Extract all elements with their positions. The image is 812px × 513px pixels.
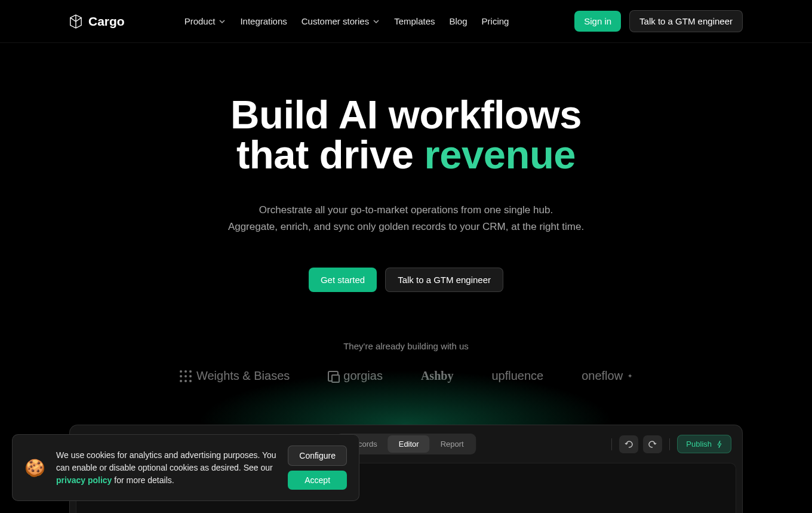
cargo-logo-icon [69,14,82,29]
company-name: Ashby [421,369,453,383]
nav-label: Blog [450,16,467,26]
nav-item-product[interactable]: Product [184,16,226,26]
site-header: Cargo Product Integrations Customer stor… [0,0,812,43]
social-proof: They're already building with us Weights… [0,341,812,383]
social-proof-label: They're already building with us [0,341,812,351]
cookie-text-part1: We use cookies for analytics and adverti… [56,450,276,472]
redo-icon [648,440,657,449]
brand-name: Cargo [88,14,125,29]
talk-to-engineer-button[interactable]: Talk to a GTM engineer [629,10,743,32]
gorgias-icon [328,371,339,382]
hero-section: Build AI workflows that drive revenue Or… [0,43,812,383]
cookie-actions: Configure Accept [288,446,347,490]
divider [669,438,670,450]
lightning-icon [716,440,722,449]
wb-dots-icon [180,370,192,382]
company-name: oneflow [582,369,623,383]
undo-icon [624,440,633,449]
brand-logo[interactable]: Cargo [69,14,125,29]
logo-oneflow: oneflow✦ [582,369,632,383]
cookie-text-part2: for more details. [112,475,174,485]
nav-label: Product [184,16,216,26]
tab-report[interactable]: Report [430,435,475,453]
privacy-policy-link[interactable]: privacy policy [56,475,112,485]
company-name: gorgias [343,369,383,383]
logo-gorgias: gorgias [328,369,383,383]
company-name: Weights & Biases [196,369,290,383]
hero-title-accent: revenue [425,132,576,177]
toolbar-right: Publish [609,435,731,453]
chevron-down-icon [373,18,380,25]
nav-label: Customer stories [302,16,369,26]
company-name: upfluence [491,369,543,383]
nav-item-blog[interactable]: Blog [450,16,467,26]
redo-button[interactable] [643,435,662,453]
hero-title-line1: Build AI workflows [230,92,582,137]
oneflow-sup-icon: ✦ [628,373,632,379]
cookie-icon: 🍪 [24,458,45,478]
nav-item-pricing[interactable]: Pricing [482,16,509,26]
sign-in-button[interactable]: Sign in [574,11,621,32]
cookie-accept-button[interactable]: Accept [288,471,347,490]
nav-label: Pricing [482,16,509,26]
hero-title-line2-prefix: that drive [236,132,425,177]
main-nav: Product Integrations Customer stories Te… [184,16,509,26]
nav-item-templates[interactable]: Templates [394,16,435,26]
header-actions: Sign in Talk to a GTM engineer [574,10,743,32]
header-left: Cargo Product Integrations Customer stor… [69,14,509,29]
chevron-down-icon [219,18,226,25]
hero-title: Build AI workflows that drive revenue [0,94,812,174]
logo-weights-biases: Weights & Biases [180,369,290,383]
hero-subtitle: Orchestrate all your go-to-market operat… [0,202,812,235]
nav-item-customer-stories[interactable]: Customer stories [302,16,380,26]
subtitle-line2: Aggregate, enrich, and sync only golden … [228,221,584,232]
cookie-configure-button[interactable]: Configure [288,446,347,466]
publish-label: Publish [686,440,712,449]
nav-label: Integrations [240,16,287,26]
get-started-button[interactable]: Get started [309,268,377,292]
talk-to-engineer-hero-button[interactable]: Talk to a GTM engineer [385,268,503,292]
tab-editor[interactable]: Editor [388,435,430,453]
publish-button[interactable]: Publish [677,435,731,453]
nav-label: Templates [394,16,435,26]
subtitle-line1: Orchestrate all your go-to-market operat… [259,204,553,216]
logo-ashby: Ashby [421,369,453,383]
undo-button[interactable] [619,435,638,453]
nav-item-integrations[interactable]: Integrations [240,16,287,26]
cookie-banner: 🍪 We use cookies for analytics and adver… [12,434,359,501]
company-logos: Weights & Biases gorgias Ashby upfluence… [0,369,812,383]
logo-upfluence: upfluence [491,369,543,383]
hero-ctas: Get started Talk to a GTM engineer [0,268,812,292]
cookie-text: We use cookies for analytics and adverti… [56,449,277,487]
divider [611,438,612,450]
